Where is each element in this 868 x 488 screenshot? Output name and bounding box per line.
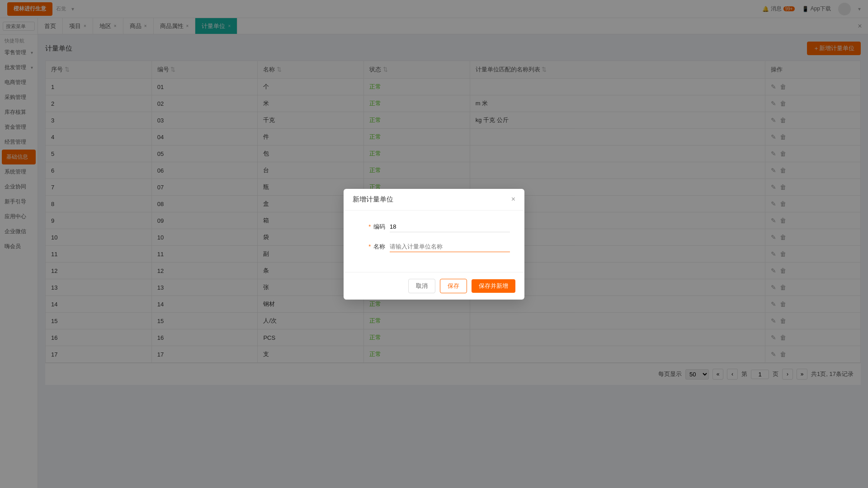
modal-title: 新增计量单位 xyxy=(353,195,393,204)
save-button[interactable]: 保存 xyxy=(440,279,467,293)
modal-close-btn[interactable]: × xyxy=(511,195,515,203)
required-mark: * xyxy=(368,243,371,250)
save-and-new-button[interactable]: 保存并新增 xyxy=(472,279,515,293)
cancel-button[interactable]: 取消 xyxy=(408,279,435,293)
name-form-row: * 名称 xyxy=(358,241,510,252)
code-label: * 编码 xyxy=(358,223,385,231)
code-input[interactable] xyxy=(390,221,510,232)
modal-footer: 取消 保存 保存并新增 xyxy=(344,272,524,300)
required-mark: * xyxy=(368,223,371,230)
add-unit-modal: 新增计量单位 × * 编码 * 名称 取消 保存 保存并新增 xyxy=(344,189,524,300)
modal-body: * 编码 * 名称 xyxy=(344,211,524,272)
modal-header: 新增计量单位 × xyxy=(344,189,524,211)
modal-overlay: 新增计量单位 × * 编码 * 名称 取消 保存 保存并新增 xyxy=(0,0,868,488)
name-label: * 名称 xyxy=(358,243,385,251)
code-form-row: * 编码 xyxy=(358,221,510,232)
name-input[interactable] xyxy=(390,241,510,252)
